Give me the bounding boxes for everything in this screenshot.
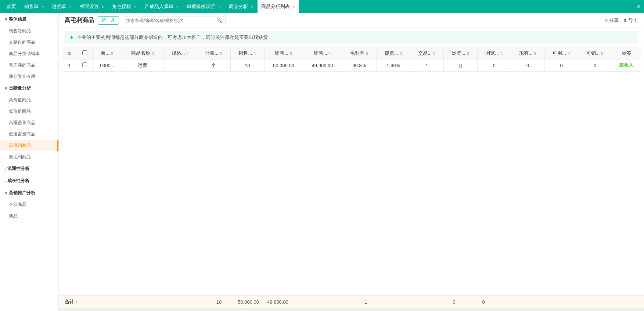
sort-icon-5[interactable]: ⇅ xyxy=(220,51,223,55)
header-actions: ⎋ 分享 ⬆ 导出 xyxy=(605,17,638,24)
sidebar-item-0-4[interactable]: 库存资金占用 xyxy=(0,71,58,82)
col-label-14: 现有... xyxy=(519,50,533,57)
sidebar-item-1-0[interactable]: 高价值商品 xyxy=(0,94,58,106)
filter-recent-month-button[interactable]: 近一月 xyxy=(98,16,119,25)
sidebar-item-4-1[interactable]: 新品 xyxy=(0,210,58,222)
sort-icon-13[interactable]: ⇅ xyxy=(500,51,503,55)
window-close-button[interactable]: × xyxy=(637,3,640,10)
sort-icon-11[interactable]: ⇅ xyxy=(433,51,436,55)
sidebar-group-arrow-3: › xyxy=(4,179,6,183)
sidebar-group-1[interactable]: ∨贡献量分析 xyxy=(0,82,58,94)
nav-item-1[interactable]: 销售单× xyxy=(21,0,47,13)
table-col-header-11[interactable]: 交易...⇅ xyxy=(410,47,443,59)
sidebar-item-0-3[interactable]: 有库存的商品 xyxy=(0,59,58,71)
share-button[interactable]: ⎋ 分享 xyxy=(605,17,619,24)
sidebar-group-0[interactable]: ∨整体信息 xyxy=(0,13,58,25)
sidebar-item-0-2[interactable]: 商品分类助销率 xyxy=(0,48,58,59)
table-col-header-3[interactable]: 商品名称⇅ xyxy=(122,47,163,59)
col-label-12: 浏览... xyxy=(452,50,465,57)
settings-icon[interactable]: ⚙ xyxy=(67,51,72,56)
sort-icon-8[interactable]: ⇅ xyxy=(328,51,331,55)
nav-close-icon-8[interactable]: × xyxy=(293,4,295,9)
table-col-header-2[interactable]: 商...⇅ xyxy=(93,47,122,59)
sidebar-group-3[interactable]: ›成长性分析 xyxy=(0,175,58,187)
sidebar-group-arrow-4: ∨ xyxy=(4,191,7,195)
sidebar-item-1-5[interactable]: 低毛利商品 xyxy=(0,151,58,163)
nav-item-0[interactable]: 首页 xyxy=(3,0,20,13)
col-label-3: 商品名称 xyxy=(131,50,150,57)
table-col-header-4[interactable]: 规格...⇅ xyxy=(163,47,197,59)
footer-transaction: 1 xyxy=(351,299,381,305)
sidebar-item-1-3[interactable]: 低覆盖量商品 xyxy=(0,129,58,140)
sort-icon-2[interactable]: ⇅ xyxy=(111,51,114,55)
sidebar-group-4[interactable]: ∨营销推广分析 xyxy=(0,187,58,199)
nav-item-2[interactable]: 进货单× xyxy=(48,0,75,13)
row-current-stock: 0 xyxy=(511,59,544,72)
nav-item-6[interactable]: 单据模板设置× xyxy=(183,0,224,13)
nav-close-icon-2[interactable]: × xyxy=(69,4,71,9)
horizontal-scrollbar[interactable] xyxy=(59,308,644,311)
sort-icon-16[interactable]: ⇅ xyxy=(601,51,604,55)
sidebar-group-arrow-0: ∨ xyxy=(4,17,7,22)
nav-close-icon-7[interactable]: × xyxy=(251,4,253,9)
nav-item-4[interactable]: 角色授权× xyxy=(108,0,140,13)
sidebar-item-4-0[interactable]: 全部商品 xyxy=(0,199,58,210)
sort-icon-10[interactable]: ⇅ xyxy=(399,51,402,55)
col-label-11: 交易... xyxy=(418,50,432,57)
sort-icon-9[interactable]: ⇅ xyxy=(366,51,368,55)
row-tag: 高收入 xyxy=(612,59,641,72)
content-header: 高毛利商品 近一月 🔍 ⎋ 分享 ⬆ 导出 xyxy=(59,13,644,28)
nav-close-icon-6[interactable]: × xyxy=(218,4,220,9)
sort-icon-15[interactable]: ⇅ xyxy=(567,51,570,55)
col-label-9: 毛利率 xyxy=(350,50,364,57)
nav-close-icon-5[interactable]: × xyxy=(176,4,179,9)
export-icon: ⬆ xyxy=(623,18,627,23)
table-col-header-15[interactable]: 可用...⇅ xyxy=(544,47,578,59)
sidebar-group-2[interactable]: ›流通性分析 xyxy=(0,163,58,175)
table-col-header-12[interactable]: 浏览...⇅ xyxy=(444,47,477,59)
table-col-header-9[interactable]: 毛利率⇅ xyxy=(342,47,377,59)
table-col-header-5[interactable]: 计量...⇅ xyxy=(197,47,230,59)
table-col-header-7[interactable]: 销售...⇅ xyxy=(264,47,303,59)
search-input[interactable] xyxy=(126,18,214,23)
table-col-header-10[interactable]: 覆盖...⇅ xyxy=(377,47,410,59)
nav-close-icon-3[interactable]: × xyxy=(102,4,104,9)
table-col-header-13[interactable]: 浏览...⇅ xyxy=(477,47,511,59)
nav-close-icon-1[interactable]: × xyxy=(42,4,44,9)
sort-icon-3[interactable]: ⇅ xyxy=(151,51,154,55)
nav-item-7[interactable]: 商品分析× xyxy=(225,0,257,13)
table-col-header-6[interactable]: 销售...⇅ xyxy=(231,47,264,59)
share-icon: ⎋ xyxy=(605,18,608,23)
search-icon[interactable]: 🔍 xyxy=(216,18,222,23)
nav-item-5[interactable]: 产成品入库单× xyxy=(141,0,182,13)
nav-item-3[interactable]: 权限设置× xyxy=(76,0,108,13)
row-transaction: 1 xyxy=(410,59,443,72)
col-label-8: 销售... xyxy=(314,50,327,57)
table-col-header-8[interactable]: 销售...⇅ xyxy=(303,47,342,59)
sidebar-item-0-0[interactable]: 销售货商品 xyxy=(0,25,58,37)
col-label-6: 销售... xyxy=(238,50,252,57)
row-select-checkbox[interactable] xyxy=(82,62,87,67)
nav-close-icon-4[interactable]: × xyxy=(134,4,136,9)
sort-icon-14[interactable]: ⇅ xyxy=(533,51,536,55)
export-button[interactable]: ⬆ 导出 xyxy=(623,17,638,24)
table-col-header-14[interactable]: 现有...⇅ xyxy=(511,47,544,59)
row-view1-link[interactable]: 0 xyxy=(459,63,462,68)
sidebar-item-1-2[interactable]: 高覆盖量商品 xyxy=(0,117,58,129)
info-banner: ✦ 企业的主要的利润都是这部分商品创造的，可考虑加大推广，同时关注库存是不要出现… xyxy=(65,31,638,44)
table-row: 10000...运费个1050,000.0049,900.0099.8%1.49… xyxy=(62,59,641,72)
sort-icon-7[interactable]: ⇅ xyxy=(289,51,292,55)
sidebar-item-0-1[interactable]: 交易过的商品 xyxy=(0,37,58,48)
sort-icon-12[interactable]: ⇅ xyxy=(467,51,469,55)
nav-item-8[interactable]: 商品分析列表× xyxy=(258,0,299,13)
col-label-16: 可销... xyxy=(586,50,600,57)
row-checkbox xyxy=(77,59,92,72)
sidebar-group-arrow-2: › xyxy=(4,167,6,171)
select-all-checkbox[interactable] xyxy=(82,50,87,55)
table-col-header-16[interactable]: 可销...⇅ xyxy=(578,47,612,59)
sidebar-item-1-1[interactable]: 低价值商品 xyxy=(0,106,58,117)
sort-icon-6[interactable]: ⇅ xyxy=(253,51,256,55)
sort-icon-4[interactable]: ⇅ xyxy=(186,51,189,55)
sidebar-item-1-4[interactable]: 高毛利商品 xyxy=(0,140,58,151)
table-col-header-0: ⚙ xyxy=(62,47,77,59)
